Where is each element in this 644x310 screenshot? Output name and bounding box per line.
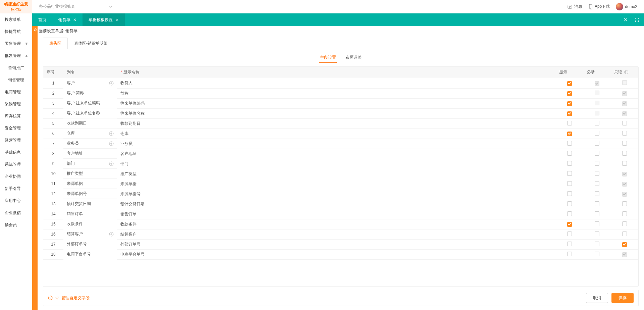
cell-display[interactable]: 销售订单 — [117, 209, 556, 219]
checkbox[interactable] — [567, 121, 572, 125]
checkbox[interactable] — [567, 252, 572, 256]
sidebar-item-2[interactable]: 零售管理▼ — [0, 38, 32, 50]
tab-1[interactable]: 销货单✕ — [52, 13, 83, 26]
cell-display[interactable]: 业务员 — [117, 139, 556, 149]
user-menu[interactable]: demo2 — [616, 3, 637, 10]
close-icon[interactable]: ✕ — [73, 17, 76, 22]
tab-2[interactable]: 单据模板设置✕ — [83, 13, 125, 26]
manage-custom-fields-link[interactable]: ? 管理自定义字段 — [48, 295, 90, 301]
sub-tab-0[interactable]: 字段设置 — [319, 53, 337, 63]
close-all-icon[interactable] — [621, 15, 630, 24]
checkbox[interactable] — [567, 191, 572, 196]
checkbox[interactable] — [567, 181, 572, 186]
fullscreen-icon[interactable] — [633, 15, 641, 24]
checkbox[interactable] — [595, 252, 599, 256]
checkbox[interactable] — [622, 161, 627, 166]
checkbox[interactable] — [595, 191, 599, 196]
checkbox[interactable] — [622, 221, 627, 226]
cell-display[interactable]: 往来单位名称 — [117, 108, 556, 118]
sidebar-item-6[interactable]: 电商管理 — [0, 86, 32, 98]
tab-0[interactable]: 首页 — [32, 13, 52, 26]
checkbox[interactable] — [595, 181, 599, 186]
sidebar-item-13[interactable]: 企业协同 — [0, 170, 32, 183]
sidebar-item-10[interactable]: 经营管理 — [0, 134, 32, 146]
inner-tab-0[interactable]: 表头区 — [43, 38, 68, 49]
expand-icon[interactable] — [109, 161, 114, 166]
message-button[interactable]: 消息 — [567, 4, 582, 9]
cell-display[interactable]: 收款条件 — [117, 219, 556, 229]
cell-display[interactable]: 外部订单号 — [117, 239, 556, 249]
checkbox[interactable] — [622, 131, 627, 136]
checkbox[interactable] — [595, 121, 599, 125]
save-button[interactable]: 保存 — [611, 293, 634, 303]
checkbox[interactable] — [595, 151, 599, 156]
expand-icon[interactable] — [109, 131, 114, 136]
cell-display[interactable]: 简称 — [117, 88, 556, 98]
cell-display[interactable]: 收款到期日 — [117, 118, 556, 128]
expand-icon[interactable] — [109, 81, 114, 86]
checkbox[interactable] — [595, 201, 599, 206]
checkbox[interactable] — [567, 151, 572, 156]
checkbox[interactable] — [567, 101, 572, 106]
checkbox[interactable] — [567, 222, 572, 227]
account-selector[interactable]: 办公品行业模拟账套 — [39, 4, 113, 9]
cell-display[interactable]: 部门 — [117, 159, 556, 169]
cell-display[interactable]: 客户地址 — [117, 149, 556, 159]
checkbox[interactable] — [622, 231, 627, 236]
sidebar-item-14[interactable]: 新手引导 — [0, 183, 32, 195]
checkbox[interactable] — [567, 231, 572, 236]
checkbox[interactable] — [567, 201, 572, 206]
checkbox[interactable] — [567, 171, 572, 176]
cell-display[interactable]: 收货人 — [117, 78, 556, 89]
sidebar-item-12[interactable]: 系统管理 — [0, 158, 32, 170]
sidebar-item-17[interactable]: 畅会员 — [0, 219, 32, 231]
cell-display[interactable]: 结算客户 — [117, 229, 556, 239]
checkbox[interactable] — [567, 132, 572, 136]
checkbox[interactable] — [567, 81, 572, 86]
sidebar-item-4[interactable]: 营销推广 — [0, 62, 32, 74]
cell-display[interactable]: 预计交货日期 — [117, 199, 556, 209]
sidebar-item-1[interactable]: 快捷导航 — [0, 25, 32, 38]
checkbox[interactable] — [595, 161, 599, 166]
sidebar-item-7[interactable]: 采购管理 — [0, 98, 32, 110]
help-icon[interactable]: ? — [624, 70, 628, 74]
checkbox[interactable] — [595, 131, 599, 136]
sub-tab-1[interactable]: 布局调整 — [345, 53, 362, 63]
cell-display[interactable]: 往来单位编码 — [117, 98, 556, 108]
cell-display[interactable]: 仓库 — [117, 128, 556, 139]
cell-display[interactable]: 电商平台单号 — [117, 249, 556, 259]
checkbox[interactable] — [567, 211, 572, 216]
checkbox[interactable] — [567, 141, 572, 146]
cancel-button[interactable]: 取消 — [586, 293, 608, 303]
checkbox[interactable] — [595, 211, 599, 216]
checkbox[interactable] — [595, 231, 599, 236]
sidebar-item-8[interactable]: 库存核算 — [0, 110, 32, 122]
sidebar-item-0[interactable]: 搜索菜单 — [0, 13, 32, 25]
sidebar-item-11[interactable]: 基础信息 — [0, 146, 32, 158]
checkbox[interactable] — [567, 91, 572, 96]
sidebar-item-5[interactable]: 销售管理 — [0, 74, 32, 86]
close-icon[interactable]: ✕ — [115, 17, 119, 22]
cell-display[interactable]: 来源单据号 — [117, 189, 556, 199]
checkbox[interactable] — [622, 242, 627, 247]
app-download-button[interactable]: App下载 — [588, 4, 610, 9]
cell-display[interactable]: 推广类型 — [117, 169, 556, 179]
checkbox[interactable] — [595, 221, 599, 226]
collapse-strip[interactable] — [32, 26, 38, 310]
checkbox[interactable] — [595, 141, 599, 146]
expand-icon[interactable] — [109, 141, 114, 146]
checkbox[interactable] — [622, 121, 627, 125]
sidebar-item-3[interactable]: 批发管理▲ — [0, 50, 32, 62]
expand-icon[interactable] — [109, 231, 114, 237]
checkbox[interactable] — [595, 242, 599, 246]
sidebar-item-15[interactable]: 应用中心 — [0, 195, 32, 207]
checkbox[interactable] — [567, 242, 572, 246]
cell-display[interactable]: 来源单据 — [117, 179, 556, 189]
checkbox[interactable] — [622, 211, 627, 216]
checkbox[interactable] — [622, 141, 627, 146]
inner-tab-1[interactable]: 表体区-销货单明细 — [68, 38, 114, 49]
checkbox[interactable] — [567, 111, 572, 116]
checkbox[interactable] — [622, 151, 627, 156]
checkbox[interactable] — [595, 171, 599, 176]
checkbox[interactable] — [567, 161, 572, 166]
